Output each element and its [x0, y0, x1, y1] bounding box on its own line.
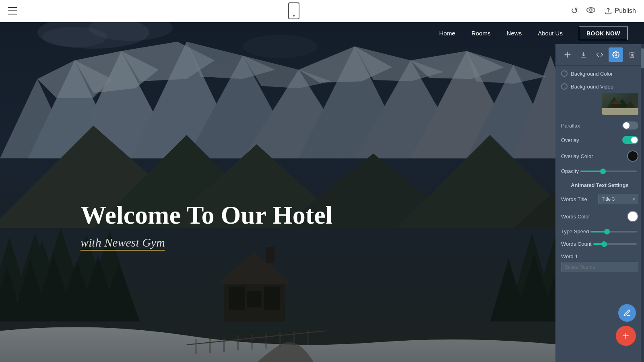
words-count-row: Words Count [561, 241, 638, 247]
hero-subtitle-prefix: with [80, 236, 104, 251]
hamburger-menu[interactable] [8, 6, 17, 16]
svg-point-0 [587, 8, 595, 12]
nav-rooms[interactable]: Rooms [471, 30, 491, 37]
panel-code-btn[interactable] [592, 47, 607, 62]
mobile-preview-icon[interactable] [288, 2, 299, 19]
nav-home[interactable]: Home [439, 30, 455, 37]
panel-trash-btn[interactable] [625, 47, 639, 62]
svg-rect-50 [0, 22, 644, 362]
type-speed-slider[interactable] [590, 231, 637, 232]
overlay-toggle[interactable] [622, 136, 638, 144]
overlay-color-swatch[interactable] [627, 150, 638, 162]
parallax-label: Parallax [561, 123, 580, 129]
add-fab[interactable]: + [616, 326, 636, 346]
bg-color-radio[interactable] [561, 70, 568, 77]
type-speed-label: Type Speed [561, 228, 589, 234]
panel-scrollbar-thumb[interactable] [641, 48, 644, 68]
panel-scrollbar [641, 44, 644, 362]
undo-icon[interactable]: ↺ [571, 6, 578, 16]
words-title-dropdown-wrapper: Title 1 Title 2 Title 3 Title 4 [598, 194, 638, 204]
words-color-label: Words Color [561, 214, 590, 220]
parallax-row: Parallax [561, 121, 638, 130]
words-count-label: Words Count [561, 241, 592, 247]
navbar: Home Rooms News About Us BOOK NOW [0, 22, 644, 44]
bg-video-label: Background Video [571, 84, 613, 90]
svg-point-1 [590, 9, 592, 11]
overlay-label: Overlay [561, 137, 579, 143]
opacity-row: Opacity [561, 168, 638, 174]
bg-video-radio[interactable] [561, 83, 568, 90]
preview-icon[interactable] [586, 5, 596, 17]
opacity-slider[interactable] [580, 171, 637, 172]
publish-button[interactable]: Publish [604, 6, 636, 15]
words-color-swatch[interactable] [627, 211, 638, 222]
overlay-row: Overlay [561, 136, 638, 144]
nav-about[interactable]: About Us [538, 30, 563, 37]
overlay-color-label: Overlay Color [561, 153, 593, 159]
panel-toolbar [555, 44, 644, 66]
canvas-area: Home Rooms News About Us BOOK NOW Welcom… [0, 22, 644, 362]
hero-section: Home Rooms News About Us BOOK NOW Welcom… [0, 22, 644, 362]
opacity-label: Opacity [561, 168, 579, 174]
words-title-label: Words Title [561, 196, 587, 202]
edit-fab[interactable] [618, 304, 636, 322]
toolbar-right: ↺ Publish [571, 5, 636, 17]
hero-subtitle: with Newest Gym [80, 236, 332, 249]
overlay-color-row: Overlay Color [561, 150, 638, 162]
svg-point-51 [615, 54, 617, 56]
hero-title: Welcome To Our Hotel [80, 201, 332, 229]
words-title-select[interactable]: Title 1 Title 2 Title 3 Title 4 [598, 194, 638, 204]
svg-rect-58 [602, 108, 638, 115]
word1-label: Word 1 [561, 253, 578, 259]
words-title-row: Words Title Title 1 Title 2 Title 3 Titl… [561, 194, 638, 204]
bg-video-thumbnail[interactable] [602, 93, 638, 115]
word1-input[interactable] [561, 262, 638, 272]
hero-background-svg [0, 22, 644, 362]
animated-text-header: Animated Text Settings [561, 181, 638, 188]
type-speed-row: Type Speed [561, 228, 638, 234]
words-color-row: Words Color [561, 211, 638, 222]
panel-move-btn[interactable] [560, 47, 575, 62]
hero-text-block: Welcome To Our Hotel with Newest Gym [80, 201, 332, 249]
word1-row: Word 1 [561, 253, 638, 272]
panel-download-btn[interactable] [576, 47, 591, 62]
parallax-toggle[interactable] [622, 121, 638, 130]
hero-subtitle-highlight: Newest Gym [104, 236, 165, 251]
toolbar-center [288, 2, 299, 19]
bg-color-label: Background Color [571, 71, 613, 77]
nav-news[interactable]: News [507, 30, 522, 37]
book-now-button[interactable]: BOOK NOW [579, 27, 628, 40]
add-fab-icon: + [623, 329, 629, 342]
publish-label: Publish [615, 7, 636, 14]
words-count-slider[interactable] [593, 243, 637, 245]
bg-video-row: Background Video [561, 83, 638, 115]
toolbar-left [8, 6, 17, 16]
bg-color-row: Background Color [561, 70, 638, 77]
top-toolbar: ↺ Publish [0, 0, 644, 22]
panel-settings-btn[interactable] [609, 47, 623, 62]
